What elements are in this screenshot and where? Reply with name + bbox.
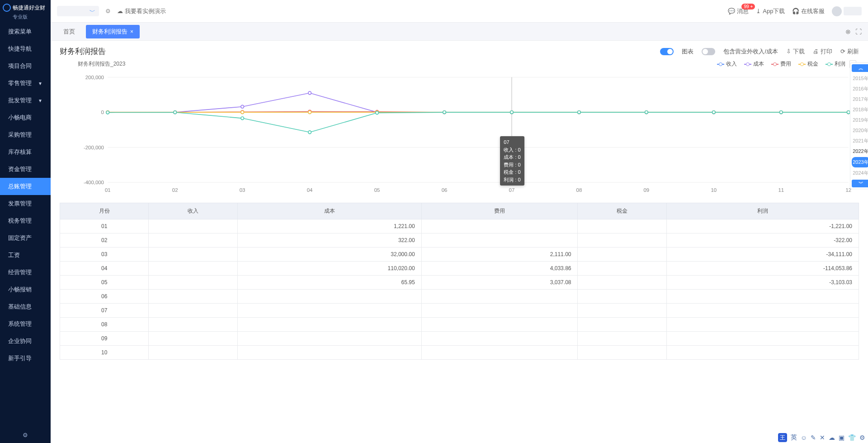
legend-item[interactable]: .lg-mark[style*='#9b7ef2']::after{border… <box>744 60 764 68</box>
print-icon: 🖨 <box>813 48 819 55</box>
year-option[interactable]: 2021年 <box>850 136 868 146</box>
year-option[interactable]: 2022年 <box>850 146 868 157</box>
svg-point-60 <box>308 111 311 114</box>
user-menu[interactable] <box>832 6 862 16</box>
tab-home[interactable]: 首页 <box>57 25 81 38</box>
demo-link[interactable]: ☁ 我要看实例演示 <box>117 7 166 15</box>
sidebar-menu: 搜索菜单快捷导航项目合同零售管理▼批发管理▼小畅电商采购管理库存核算资金管理总账… <box>0 23 51 427</box>
legend-item[interactable]: .lg-mark[style*='#e86b72']::after{border… <box>771 60 791 68</box>
ime-lang[interactable]: 英 <box>791 433 797 442</box>
table-row: 08 <box>60 318 859 332</box>
table-header: 收入 <box>149 203 237 219</box>
year-option[interactable]: 2019年 <box>850 115 868 125</box>
svg-text:01: 01 <box>105 187 111 193</box>
legend-item[interactable]: .lg-mark[style*='#5b8ff9']::after{border… <box>717 60 737 68</box>
year-option[interactable]: 2024年 <box>850 168 868 178</box>
svg-point-35 <box>241 105 244 108</box>
gear-icon[interactable]: ⚙ <box>105 8 111 14</box>
ime-icon[interactable]: ⚙ <box>859 434 865 441</box>
chart-svg[interactable]: 200,0000-200,000-400,0000102030405060708… <box>60 69 859 195</box>
ime-icon[interactable]: ✎ <box>811 434 816 441</box>
table-row: 011,221.00-1,221.00 <box>60 219 859 233</box>
sidebar-item[interactable]: 小畅报销 <box>0 281 51 298</box>
ime-icon[interactable]: ☺ <box>801 434 807 441</box>
sidebar-item[interactable]: 固定资产 <box>0 229 51 247</box>
data-table: 月份收入成本费用税金利润011,221.00-1,221.0002322.00-… <box>60 203 859 360</box>
table-row: 06 <box>60 290 859 304</box>
sidebar-item[interactable]: 总账管理 <box>0 178 51 195</box>
chat-icon: 💬 <box>728 8 735 14</box>
cloud-icon: ☁ <box>117 8 123 14</box>
sidebar-settings[interactable]: ⚙ <box>0 427 51 443</box>
year-down-button[interactable]: ︾ <box>852 180 868 187</box>
sidebar-item[interactable]: 税务管理 <box>0 212 51 229</box>
sidebar-item[interactable]: 库存核算 <box>0 143 51 161</box>
fullscreen-icon[interactable]: ⛶ <box>855 28 862 35</box>
sidebar-item[interactable]: 工资 <box>0 247 51 264</box>
svg-point-76 <box>578 111 581 114</box>
ime-icon[interactable]: ☁ <box>829 434 835 441</box>
close-icon[interactable]: × <box>130 29 133 35</box>
sidebar-item[interactable]: 搜索菜单 <box>0 23 51 40</box>
sidebar-item[interactable]: 批发管理▼ <box>0 92 51 109</box>
year-up-button[interactable]: ︽ <box>852 64 868 72</box>
sidebar-item[interactable]: 快捷导航 <box>0 40 51 57</box>
year-option[interactable]: 2017年 <box>850 94 868 105</box>
sidebar-item[interactable]: 采购管理 <box>0 126 51 143</box>
ime-bar: 王 英 ☺ ✎ ✕ ☁ ▣ 👕 ⚙ <box>778 433 865 442</box>
tab-bar: 首页 财务利润报告 × ⊗ ⛶ <box>51 23 868 41</box>
sidebar-item[interactable]: 资金管理 <box>0 161 51 178</box>
sidebar-item[interactable]: 企业协同 <box>0 333 51 350</box>
ime-main-icon[interactable]: 王 <box>778 433 787 442</box>
svg-point-70 <box>174 111 177 114</box>
chart-toggle[interactable] <box>660 48 674 55</box>
table-row: 04110,020.004,033.86-114,053.86 <box>60 262 859 276</box>
svg-text:08: 08 <box>576 187 582 193</box>
sidebar-item[interactable]: 经营管理 <box>0 264 51 281</box>
svg-point-69 <box>106 111 109 114</box>
svg-point-79 <box>779 111 783 114</box>
refresh-button[interactable]: ⟳刷新 <box>840 48 859 56</box>
sidebar-item[interactable]: 发票管理 <box>0 195 51 212</box>
tabs-close-all-icon[interactable]: ⊗ <box>845 28 851 35</box>
download-button[interactable]: ⇩下载 <box>786 48 805 56</box>
app-download-button[interactable]: ⤓ App下载 <box>756 7 785 15</box>
ime-icon[interactable]: ✕ <box>820 434 825 441</box>
year-option[interactable]: 2016年 <box>850 84 868 94</box>
message-badge: 99 + <box>741 4 755 10</box>
customer-service-button[interactable]: 🎧 在线客服 <box>792 7 825 15</box>
svg-text:03: 03 <box>240 187 245 193</box>
table-header: 月份 <box>60 203 149 219</box>
print-button[interactable]: 🖨打印 <box>813 48 832 56</box>
table-header: 利润 <box>666 203 859 219</box>
svg-point-75 <box>510 111 514 114</box>
svg-text:-200,000: -200,000 <box>84 145 104 150</box>
messages-button[interactable]: 💬 消息 99 + <box>728 7 749 15</box>
ime-icon[interactable]: 👕 <box>848 434 856 441</box>
include-external-toggle[interactable] <box>702 48 715 55</box>
svg-point-77 <box>645 111 648 114</box>
sidebar-item[interactable]: 项目合同 <box>0 57 51 75</box>
sidebar-item[interactable]: 系统管理 <box>0 315 51 333</box>
year-option[interactable]: 2023年 <box>852 157 868 167</box>
year-option[interactable]: 2018年 <box>850 105 868 115</box>
legend-item[interactable]: .lg-mark[style*='#f6c243']::after{border… <box>798 60 818 68</box>
table-row: 02322.00-322.00 <box>60 233 859 248</box>
sidebar-item[interactable]: 零售管理▼ <box>0 75 51 92</box>
tab-financial-profit-report[interactable]: 财务利润报告 × <box>86 25 140 38</box>
sidebar-item[interactable]: 小畅电商 <box>0 109 51 126</box>
sidebar-item[interactable]: 新手引导 <box>0 350 51 367</box>
year-option[interactable]: 2015年 <box>850 73 868 84</box>
svg-point-71 <box>241 117 244 120</box>
year-option[interactable]: 2020年 <box>850 125 868 136</box>
chart-tooltip: 07收入 : 0成本 : 0费用 : 0税金 : 0利润 : 0 <box>500 136 524 186</box>
ime-icon[interactable]: ▣ <box>839 434 844 441</box>
sidebar-item[interactable]: 基础信息 <box>0 298 51 315</box>
edition-label: 专业版 <box>0 14 51 20</box>
avatar-icon <box>832 6 842 16</box>
brand-text: 畅捷通好业财 <box>13 4 45 12</box>
svg-text:10: 10 <box>711 187 717 193</box>
legend-item[interactable]: .lg-mark[style*='#4ecbb4']::after{border… <box>826 60 845 68</box>
svg-text:04: 04 <box>307 187 313 193</box>
org-selector[interactable]: ﹀ <box>57 6 99 16</box>
